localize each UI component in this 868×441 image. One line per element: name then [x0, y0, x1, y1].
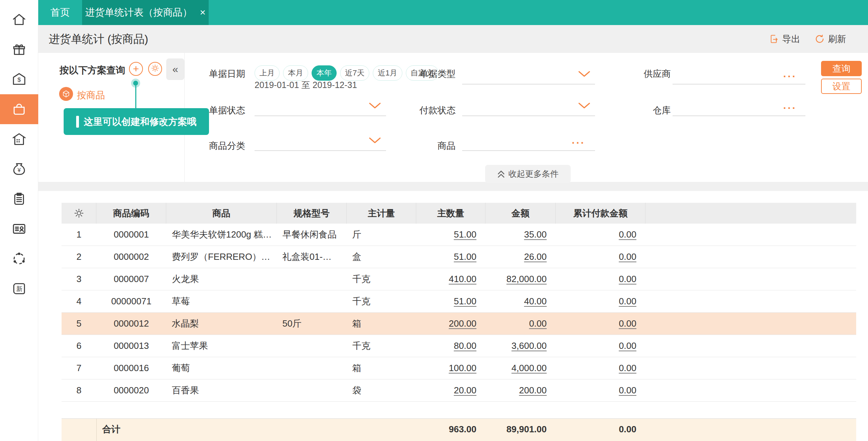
cell-index: 6 [62, 335, 96, 357]
table-row[interactable]: 50000012水晶梨50斤箱200.000.000.00 [62, 313, 856, 335]
date-range-text[interactable]: 2019-01-01 至 2019-12-31 [255, 79, 357, 91]
network-icon [11, 251, 27, 267]
settings-button[interactable]: 设置 [821, 79, 862, 94]
table-row[interactable]: 80000020百香果袋20.00200.000.00 [62, 379, 856, 402]
warehouse-field[interactable] [673, 115, 805, 116]
cell-index: 1 [62, 224, 96, 246]
sidebar-item-sales-house[interactable]: $ [0, 64, 38, 94]
warehouse-more-icon[interactable]: ··· [783, 102, 797, 114]
doc-type-field[interactable] [462, 84, 595, 85]
column-header-paid: 累计付款金额 [556, 203, 645, 224]
new-badge-icon: 新 [11, 281, 27, 297]
paid-link[interactable]: 0.00 [619, 363, 636, 374]
sidebar-item-contact-card[interactable] [0, 214, 38, 244]
paid-link[interactable]: 0.00 [619, 340, 636, 351]
amount-link[interactable]: 200.00 [519, 385, 547, 396]
svg-text:$: $ [17, 76, 21, 83]
column-header-settings[interactable] [62, 203, 96, 224]
doc-type-chevron-down-icon[interactable] [578, 71, 590, 78]
export-button[interactable]: 导出 [769, 25, 800, 53]
qty-link[interactable]: 20.00 [454, 385, 476, 396]
sidebar-item-warehouse[interactable] [0, 124, 38, 154]
sidebar-item-purchase-bag[interactable] [0, 94, 38, 124]
column-header-filler [645, 203, 856, 224]
amount-link[interactable]: 40.00 [524, 296, 547, 307]
cell-paid: 0.00 [556, 246, 645, 268]
sidebar-item-home[interactable] [0, 5, 38, 34]
cell-code: 0000012 [96, 313, 166, 335]
cell-amount: 35.00 [485, 224, 556, 246]
product-field[interactable] [462, 150, 595, 151]
total-row: 合计 963.00 89,901.00 0.00 [62, 418, 856, 441]
qty-link[interactable]: 80.00 [454, 340, 476, 351]
refresh-button[interactable]: 刷新 [815, 25, 846, 53]
scheme-item-label[interactable]: 按商品 [77, 89, 105, 102]
category-field[interactable] [255, 150, 386, 151]
clipboard-icon [11, 191, 27, 207]
cell-filler [645, 268, 856, 290]
pay-status-field[interactable] [462, 115, 595, 116]
date-pill[interactable]: 本月 [283, 65, 308, 81]
category-chevron-down-icon[interactable] [369, 137, 381, 144]
amount-link[interactable]: 26.00 [524, 251, 547, 262]
add-scheme-button[interactable]: + [129, 62, 143, 76]
doc-status-chevron-down-icon[interactable] [369, 102, 381, 109]
column-header-code: 商品编码 [96, 203, 166, 224]
date-pill[interactable]: 上月 [255, 65, 280, 81]
sidebar-item-money-bag[interactable]: ¥ [0, 154, 38, 184]
collapse-more-filters-button[interactable]: 收起更多条件 [485, 165, 571, 183]
scheme-settings-button[interactable] [148, 62, 162, 76]
tab-purchase-report[interactable]: 进货单统计表（按商品） × [82, 0, 209, 25]
cell-filler [645, 357, 856, 379]
sidebar-item-new-badge[interactable]: 新 [0, 274, 38, 304]
qty-link[interactable]: 51.00 [454, 296, 476, 307]
paid-link[interactable]: 0.00 [619, 318, 636, 329]
amount-link[interactable]: 0.00 [529, 318, 547, 329]
qty-link[interactable]: 100.00 [449, 363, 476, 374]
date-pill[interactable]: 近7天 [340, 65, 369, 81]
supplier-more-icon[interactable]: ··· [783, 71, 797, 82]
cell-amount: 26.00 [485, 246, 556, 268]
warehouse-icon [11, 131, 27, 147]
qty-link[interactable]: 200.00 [449, 318, 476, 329]
product-more-icon[interactable]: ··· [572, 137, 585, 149]
supplier-field[interactable] [673, 84, 805, 85]
sidebar-item-gift[interactable] [0, 34, 38, 64]
column-settings-gear-icon [74, 208, 84, 218]
table-row[interactable]: 60000013富士苹果千克80.003,600.000.00 [62, 335, 856, 357]
table-row[interactable]: 20000002费列罗（FERRERO）…礼盒装01-…盒51.0026.000… [62, 246, 856, 268]
doc-status-field[interactable] [255, 115, 386, 116]
query-button[interactable]: 查询 [821, 61, 862, 76]
amount-link[interactable]: 35.00 [524, 229, 547, 240]
scheme-panel-title: 按以下方案查询 [59, 64, 125, 77]
paid-link[interactable]: 0.00 [619, 251, 636, 262]
doc-date-label: 单据日期 [176, 69, 245, 79]
qty-link[interactable]: 51.00 [454, 229, 476, 240]
cell-filler [645, 379, 856, 401]
tab-home[interactable]: 首页 [38, 0, 82, 25]
cell-unit: 斤 [347, 224, 416, 246]
qty-link[interactable]: 410.00 [449, 274, 476, 284]
paid-link[interactable]: 0.00 [619, 229, 636, 240]
qty-link[interactable]: 51.00 [454, 251, 476, 262]
paid-link[interactable]: 0.00 [619, 274, 636, 284]
table-row[interactable]: 70000016葡萄箱100.004,000.000.00 [62, 357, 856, 379]
scheme-tooltip: 这里可以创建和修改方案哦 [64, 108, 209, 135]
scheme-item-by-product[interactable] [59, 87, 73, 101]
sidebar-item-network[interactable] [0, 244, 38, 274]
date-pill[interactable]: 本年 [312, 65, 337, 81]
table-row[interactable]: 10000001华美华夫软饼1200g 糕…早餐休闲食品斤51.0035.000… [62, 224, 856, 246]
close-tab-icon[interactable]: × [200, 8, 206, 17]
amount-link[interactable]: 4,000.00 [512, 363, 547, 374]
pay-status-chevron-down-icon[interactable] [578, 102, 590, 109]
table-row[interactable]: 400000071草莓千克51.0040.000.00 [62, 290, 856, 313]
tooltip-bar [76, 116, 79, 128]
table-row[interactable]: 30000007火龙果千克410.0082,000.000.00 [62, 268, 856, 290]
paid-link[interactable]: 0.00 [619, 296, 636, 307]
sidebar-item-clipboard[interactable] [0, 184, 38, 214]
gift-icon [11, 41, 27, 57]
amount-link[interactable]: 82,000.00 [506, 274, 547, 284]
doc-type-label: 单据类型 [386, 69, 456, 79]
amount-link[interactable]: 3,600.00 [512, 340, 547, 351]
paid-link[interactable]: 0.00 [619, 385, 636, 396]
